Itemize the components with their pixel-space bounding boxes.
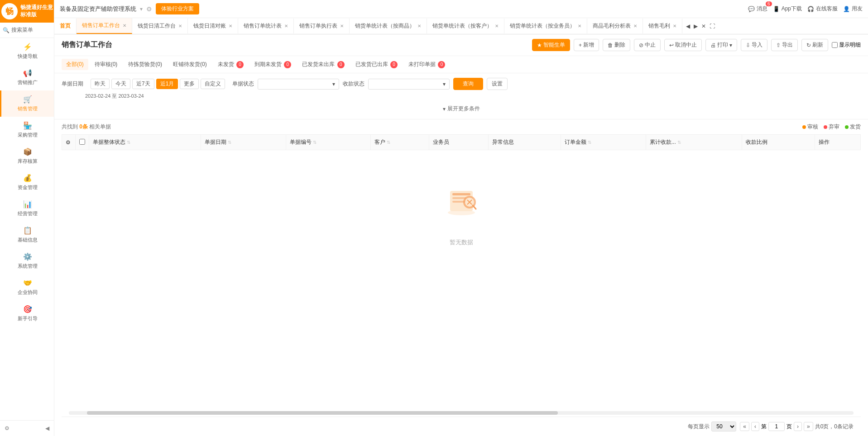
sidebar-item-sales[interactable]: 🛒 销售管理 [0,90,54,117]
sub-tab-pending-inspect[interactable]: 待拣货验货(0) [124,59,167,70]
tab-sales-exec[interactable]: 销售订单执行表 ✕ [294,19,350,33]
tab-goods-profit[interactable]: 商品毛利分析表 ✕ [587,19,643,33]
sub-tab-wangpu[interactable]: 旺铺待发货(0) [168,59,211,70]
tab-cash-daily[interactable]: 钱货日清工作台 ✕ [132,19,188,33]
export-button[interactable]: ⇧ 导出 [771,39,798,51]
sub-tab-overdue[interactable]: 到期未发货 0 [250,59,296,70]
scrollbar-track[interactable] [69,411,854,415]
sub-tab-pending-review[interactable]: 待审核(0) [90,59,122,70]
sidebar-collapse-icon[interactable]: ◀ [45,425,49,431]
search-menu[interactable]: 🔍 搜索菜单 [0,23,54,38]
stop-button[interactable]: ⊘ 中止 [634,39,661,51]
tab-sales-summary-customer[interactable]: 销货单统计表（按客户） ✕ [427,19,504,33]
receipt-select[interactable]: ▾ [368,79,450,90]
date-btn-1month[interactable]: 近1月 [156,79,178,89]
tabs-next-button[interactable]: ▶ [692,22,700,30]
col-status-label: 单据整体状态 [93,138,125,146]
sidebar-item-system[interactable]: ⚙️ 系统管理 [0,248,54,274]
user-menu[interactable]: 👤 用友 [843,5,863,13]
date-btn-more[interactable]: 更多 [180,79,199,89]
sort-icon-collected[interactable]: ⇅ [677,140,681,145]
industry-solution-button[interactable]: 体验行业方案 [156,3,199,14]
sidebar-item-operations[interactable]: 📊 经营管理 [0,195,54,222]
tabs-prev-button[interactable]: ◀ [684,22,692,30]
query-button[interactable]: 查询 [453,78,483,90]
date-btn-today[interactable]: 今天 [111,79,130,89]
sidebar-item-marketing[interactable]: 📢 营销推广 [0,64,54,90]
sort-icon-customer[interactable]: ⇅ [387,140,390,145]
sales-exec-tab-close[interactable]: ✕ [340,24,344,28]
col-settings[interactable]: ⚙ [62,135,76,150]
tab-home[interactable]: 首页 [54,19,77,33]
first-page-button[interactable]: « [740,422,749,431]
show-detail-checkbox[interactable] [832,42,838,48]
tab-sales-summary-staff[interactable]: 销货单统计表（按业务员） ✕ [504,19,587,33]
message-button[interactable]: 💬 6 消息 [748,5,767,13]
cancel-review-action[interactable]: 弃审 [824,123,839,131]
review-action[interactable]: 审核 [802,123,818,131]
print-button[interactable]: 🖨 打印 ▾ [705,39,737,51]
scrollbar-thumb[interactable] [87,411,558,415]
show-detail-checkbox-label[interactable]: 显示明细 [832,41,861,49]
cash-reconcile-tab-close[interactable]: ✕ [229,24,232,28]
sales-profit-tab-close[interactable]: ✕ [673,24,676,28]
sales-summary-customer-tab-close[interactable]: ✕ [495,24,499,28]
refresh-button[interactable]: ↻ 刷新 [801,39,828,51]
sub-tab-unprinted[interactable]: 未打印单据 0 [404,59,450,70]
sub-tab-unshipped[interactable]: 未发货 0 [213,59,248,70]
sidebar-item-guide[interactable]: 🎯 新手引导 [0,300,54,327]
sales-order-tab-close[interactable]: ✕ [123,23,126,28]
sidebar-item-basic[interactable]: 📋 基础信息 [0,222,54,248]
settings-gear-icon[interactable]: ⚙ [146,5,152,13]
tab-sales-order[interactable]: 销售订单工作台 ✕ [77,18,132,34]
date-btn-7days[interactable]: 近7天 [132,79,154,89]
ship-action[interactable]: 发货 [845,123,861,131]
last-page-button[interactable]: » [804,422,813,431]
tabs-close-all-button[interactable]: ✕ [700,22,708,30]
next-page-button[interactable]: › [794,422,802,431]
expand-filter-button[interactable]: ▾ 展开更多条件 [439,103,484,114]
import-button[interactable]: ⇩ 导入 [741,39,767,51]
sub-tab-shipped-out[interactable]: 已发货已出库 0 [351,59,402,70]
tab-cash-reconcile[interactable]: 钱货日清对账 ✕ [188,19,238,33]
prev-page-button[interactable]: ‹ [751,422,759,431]
cash-daily-tab-close[interactable]: ✕ [178,24,182,28]
settings-filter-button[interactable]: 设置 [487,78,508,90]
sidebar-item-inventory[interactable]: 📦 库存核算 [0,143,54,169]
smart-create-button[interactable]: ★ 智能生单 [532,39,570,51]
date-btn-custom[interactable]: 自定义 [201,79,225,89]
sort-icon-date[interactable]: ⇅ [228,140,231,145]
add-button[interactable]: + 新增 [574,39,599,51]
tab-sales-stat[interactable]: 销售订单统计表 ✕ [238,19,294,33]
dropdown-arrow[interactable]: ▾ [140,6,143,12]
sidebar-item-finance[interactable]: 💰 资金管理 [0,169,54,195]
tabs-fullscreen-button[interactable]: ⛶ [708,22,717,30]
message-badge: 6 [766,1,772,6]
sort-icon-status[interactable]: ⇅ [127,140,130,145]
online-service-button[interactable]: 🎧 在线客服 [807,5,838,13]
sidebar-item-purchase[interactable]: 🏪 采购管理 [0,117,54,143]
date-btn-yesterday[interactable]: 昨天 [91,79,110,89]
show-detail-label: 显示明细 [839,41,861,49]
page-number-input[interactable] [768,422,785,431]
sort-icon-number[interactable]: ⇅ [313,140,317,145]
sub-tab-all[interactable]: 全部(0) [62,59,88,70]
sidebar-settings-icon[interactable]: ⚙ [5,425,10,431]
sub-tab-shipped-not-out[interactable]: 已发货未出库 0 [297,59,349,70]
sales-summary-product-tab-close[interactable]: ✕ [417,24,421,28]
status-select[interactable]: ▾ [258,79,339,90]
tab-sales-summary-product[interactable]: 销货单统计表（按商品） ✕ [350,19,427,33]
app-download-button[interactable]: 📱 App下载 [773,5,802,13]
goods-profit-tab-close[interactable]: ✕ [633,24,637,28]
select-all-checkbox[interactable] [79,139,85,145]
sidebar-item-enterprise[interactable]: 🤝 企业协同 [0,274,54,300]
delete-button[interactable]: 🗑 删除 [603,39,630,51]
tab-sales-profit[interactable]: 销售毛利 ✕ [643,19,682,33]
sales-stat-tab-close[interactable]: ✕ [284,24,288,28]
page-size-select[interactable]: 50 10 20 100 [711,422,736,431]
cancel-stop-button[interactable]: ↩ 取消中止 [664,39,702,51]
sidebar-item-quick-nav[interactable]: ⚡ 快捷导航 [0,38,54,64]
sort-icon-amount[interactable]: ⇅ [588,140,591,145]
sales-summary-staff-tab-close[interactable]: ✕ [578,24,581,28]
col-checkbox[interactable] [76,135,89,150]
